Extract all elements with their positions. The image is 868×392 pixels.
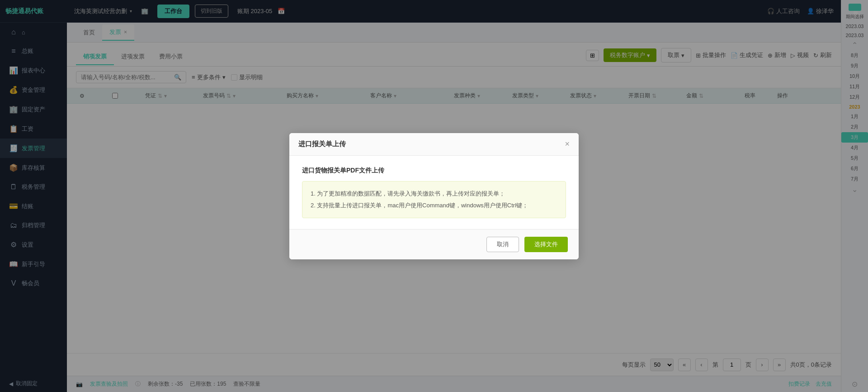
modal-cancel-btn[interactable]: 取消 (486, 237, 519, 252)
modal-close-btn[interactable]: × (565, 139, 570, 149)
import-customs-modal: 进口报关单上传 × 进口货物报关单PDF文件上传 1. 为了更加精准的数据匹配，… (289, 133, 579, 259)
modal-info-item-2: 2. 支持批量上传进口报关单，mac用户使用Command键，windows用户… (311, 200, 557, 211)
modal-section-title: 进口货物报关单PDF文件上传 (302, 167, 566, 175)
modal-info-item-1: 1. 为了更加精准的数据匹配，请先录入海关缴款书，再上传对应的报关单； (311, 188, 557, 200)
modal-overlay: 进口报关单上传 × 进口货物报关单PDF文件上传 1. 为了更加精准的数据匹配，… (0, 0, 868, 392)
modal-info-box: 1. 为了更加精准的数据匹配，请先录入海关缴款书，再上传对应的报关单； 2. 支… (302, 181, 566, 218)
modal-body: 进口货物报关单PDF文件上传 1. 为了更加精准的数据匹配，请先录入海关缴款书，… (289, 156, 579, 229)
modal-footer: 取消 选择文件 (289, 229, 579, 259)
modal-title: 进口报关单上传 (298, 140, 346, 148)
modal-header: 进口报关单上传 × (289, 133, 579, 156)
modal-select-file-btn[interactable]: 选择文件 (524, 237, 568, 252)
